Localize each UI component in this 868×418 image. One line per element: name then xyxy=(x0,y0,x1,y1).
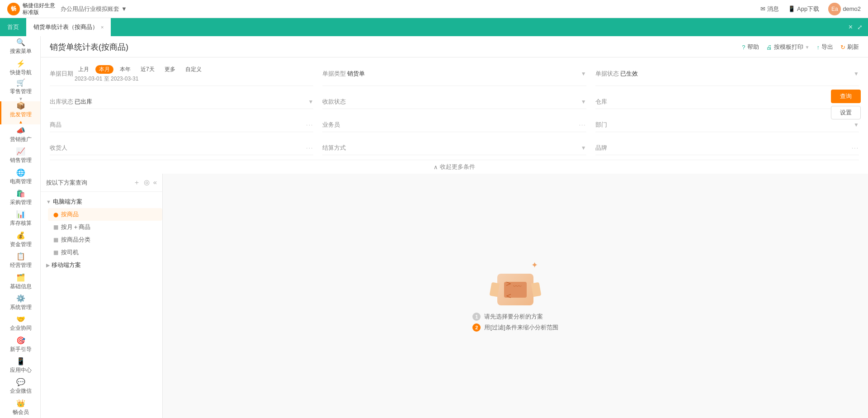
sidebar-item-newbie[interactable]: 🎯 新手引导 xyxy=(0,334,40,355)
goods-dots[interactable]: ··· xyxy=(306,122,313,128)
operation-icon: 📋 xyxy=(16,252,25,261)
edit-scheme-btn[interactable]: ◎ xyxy=(144,178,150,187)
filter-brand: 品牌 ··· xyxy=(595,141,859,155)
filter-doc-status: 单据状态 已生效 ▼ xyxy=(595,62,859,86)
filter-doc-type: 单据类型 销货单 ▼ xyxy=(322,62,586,86)
system-icon: ⚙️ xyxy=(16,294,25,303)
ecommerce-icon: 🌐 xyxy=(16,168,25,177)
tree-leaf-by-goods[interactable]: ⬤ 按商品 xyxy=(48,208,162,221)
filter-section: 单据日期 上月 本月 本年 近7天 更多 自定义 2023-03-01 至 20… xyxy=(41,57,868,174)
mobile-icon: 📱 xyxy=(788,5,795,12)
tree-group-mobile-label[interactable]: ▶ 移动端方案 xyxy=(41,259,162,271)
employee-dots[interactable]: ··· xyxy=(579,122,586,128)
tree-leaf-by-cashier[interactable]: ▦ 按司机 xyxy=(48,246,162,259)
empty-tip-1: 1 请先选择要分析的方案 xyxy=(472,313,558,321)
print-arrow: ▼ xyxy=(805,45,810,50)
logo: 畅 畅捷信好生意 标准版 xyxy=(7,2,55,15)
cooperation-icon: 🤝 xyxy=(16,315,25,323)
doc-status-dropdown[interactable]: ▼ xyxy=(854,71,859,77)
date-cur-month[interactable]: 本月 xyxy=(95,65,113,74)
left-panel-title: 按以下方案查询 xyxy=(46,179,87,187)
logo-icon: 畅 xyxy=(7,3,20,15)
refresh-btn[interactable]: ↻ 刷新 xyxy=(840,43,859,51)
tree-group-pc-label[interactable]: ▼ 电脑端方案 xyxy=(41,195,162,208)
sidebar-item-operation[interactable]: 📋 经营管理 xyxy=(0,250,40,271)
mobile-group-arrow: ▶ xyxy=(46,262,50,268)
out-status-dropdown[interactable]: ▼ xyxy=(308,99,313,105)
by-month-goods-icon: ▦ xyxy=(53,224,58,230)
brand-dots[interactable]: ··· xyxy=(852,145,859,151)
filter-employee: 业务员 ··· xyxy=(322,118,586,132)
retail-arrow: ▼ xyxy=(19,96,23,101)
collapse-panel-btn[interactable]: « xyxy=(153,178,157,187)
tree-leaf-by-category[interactable]: ▦ 按商品分类 xyxy=(48,233,162,246)
by-cashier-icon: ▦ xyxy=(53,249,58,256)
filter-settle: 结算方式 ▼ xyxy=(322,141,586,155)
sidebar-item-sales[interactable]: 📈 销售管理 xyxy=(0,145,40,166)
filter-date: 单据日期 上月 本月 本年 近7天 更多 自定义 2023-03-01 至 20… xyxy=(50,62,313,86)
sidebar-item-weixin[interactable]: 💬 企业微信 xyxy=(0,376,40,397)
sidebar-item-wholesale[interactable]: 📦 批发管理 ▲ xyxy=(0,101,40,124)
date-7days[interactable]: 近7天 xyxy=(137,65,158,74)
sidebar-item-purchase[interactable]: 🛍️ 采购管理 xyxy=(0,187,40,208)
sidebar-item-shortcut[interactable]: ⚡ 快捷导航 xyxy=(0,57,40,78)
query-button[interactable]: 查询 xyxy=(831,90,861,103)
print-btn[interactable]: 🖨 按模板打印 ▼ xyxy=(766,43,810,51)
sidebar-item-appcenter[interactable]: 📱 应用中心 xyxy=(0,355,40,376)
messages-btn[interactable]: ✉ 消息 xyxy=(760,5,779,13)
doc-type-dropdown[interactable]: ▼ xyxy=(581,71,586,77)
setting-button[interactable]: 设置 xyxy=(831,106,861,119)
tab-expand-btn[interactable]: ⤢ xyxy=(857,24,863,31)
wing-right xyxy=(531,282,542,297)
print-icon: 🖨 xyxy=(766,44,772,51)
app-download-btn[interactable]: 📱 App下载 xyxy=(788,5,819,13)
collapse-btn[interactable]: ∧ 收起更多条件 xyxy=(50,160,859,174)
sidebar-item-retail[interactable]: 🛒 零售管理 ▼ xyxy=(0,78,40,101)
sidebar-item-marketing[interactable]: 📣 营销推广 xyxy=(0,124,40,145)
sidebar-item-system[interactable]: ⚙️ 系统管理 xyxy=(0,292,40,313)
message-icon: ✉ xyxy=(760,5,765,12)
collect-status-dropdown[interactable]: ▼ xyxy=(581,99,586,105)
inventory-icon: 📊 xyxy=(16,210,25,218)
date-year[interactable]: 本年 xyxy=(116,65,134,74)
add-scheme-btn[interactable]: ＋ xyxy=(133,178,140,187)
sidebar-item-finance[interactable]: 💰 资金管理 xyxy=(0,229,40,250)
tree-leaf-by-month-goods[interactable]: ▦ 按月＋商品 xyxy=(48,221,162,233)
basic-icon: 🗂️ xyxy=(16,273,25,282)
tip-num-1: 1 xyxy=(472,313,481,321)
export-btn[interactable]: ↑ 导出 xyxy=(817,43,834,51)
user-profile[interactable]: Ea demo2 xyxy=(828,3,861,15)
sidebar-item-basic[interactable]: 🗂️ 基础信息 xyxy=(0,271,40,292)
refresh-icon: ↻ xyxy=(840,44,845,51)
help-btn[interactable]: ? 帮助 xyxy=(742,43,759,51)
sidebar-item-search[interactable]: 🔍 搜索菜单 xyxy=(0,36,40,57)
export-icon: ↑ xyxy=(817,44,820,51)
sidebar-item-member[interactable]: 👑 畅会员 xyxy=(0,397,40,418)
left-panel: 按以下方案查询 ＋ ◎ « ▼ 电脑端方案 xyxy=(41,174,163,418)
date-custom[interactable]: 自定义 xyxy=(182,65,205,74)
by-goods-icon: ⬤ xyxy=(53,212,58,217)
tab-close-btn[interactable]: × xyxy=(101,24,104,30)
tab-home[interactable]: 首页 xyxy=(0,18,26,36)
weixin-icon: 💬 xyxy=(16,378,25,386)
tab-report[interactable]: 销货单统计表（按商品） × xyxy=(26,18,111,36)
date-prev-month[interactable]: 上月 xyxy=(75,65,93,74)
date-range: 2023-03-01 至 2023-03-31 xyxy=(75,75,138,83)
date-more[interactable]: 更多 xyxy=(161,65,179,74)
empty-tip-2: 2 用[过滤]条件来缩小分析范围 xyxy=(472,323,558,332)
avatar: Ea xyxy=(828,3,841,15)
right-content: ✦ ＞﹏＜ xyxy=(163,174,868,418)
filter-collect-status: 收款状态 ▼ xyxy=(322,95,586,109)
by-category-icon: ▦ xyxy=(53,237,58,243)
filter-out-status: 出库状态 已出库 ▼ xyxy=(50,95,313,109)
help-icon: ? xyxy=(742,44,745,51)
breadcrumb: 办公用品行业模拟账套 ▼ xyxy=(61,5,127,13)
settle-dropdown[interactable]: ▼ xyxy=(581,145,586,151)
sidebar-item-ecommerce[interactable]: 🌐 电商管理 xyxy=(0,166,40,187)
sidebar-item-cooperation[interactable]: 🤝 企业协同 xyxy=(0,313,40,334)
dept-dropdown[interactable]: ▼ xyxy=(854,122,859,128)
face-icon: ＞﹏＜ xyxy=(504,277,527,302)
receiver-dots[interactable]: ··· xyxy=(306,145,313,151)
sidebar-item-inventory[interactable]: 📊 库存核算 xyxy=(0,208,40,229)
tab-close-window[interactable]: × xyxy=(849,23,853,31)
